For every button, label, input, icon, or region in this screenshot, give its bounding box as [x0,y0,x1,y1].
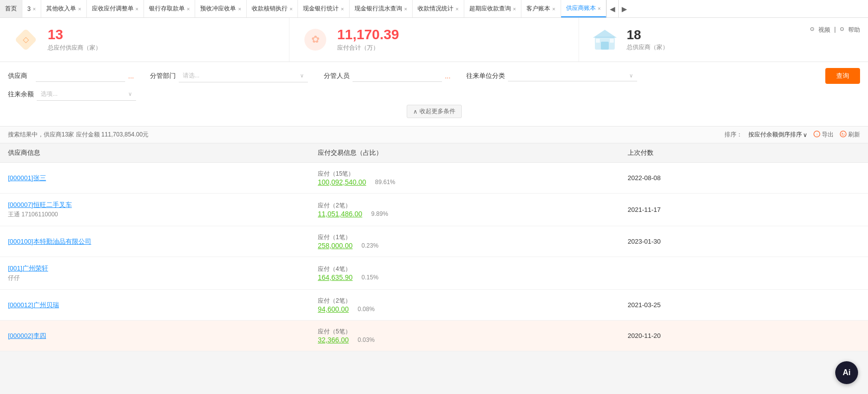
supplier-filter-input[interactable] [36,70,125,82]
query-button[interactable]: 查询 [825,68,860,84]
filter-balance: 往来余额 选项... ∨ [8,88,136,101]
table-row: [000007]恒旺二手叉车 王通 17106110000 应付（2笔） 11,… [0,194,868,226]
tx-amount-6[interactable]: 32,366.00 [318,336,349,344]
tx-label-5: 应付（2笔） [318,297,628,305]
collapse-button[interactable]: ∧ 收起更多条件 [407,105,462,118]
summary-card-payable-total: ✿ 11,170.39 应付合计（万） [289,18,579,62]
export-button[interactable]: ↑ 导出 [813,131,834,139]
close-icon[interactable]: × [187,6,190,12]
store-icon [591,26,619,54]
svg-text:↻: ↻ [841,132,845,137]
filter-supplier: 供应商 ... [8,70,134,82]
tx-label-3: 应付（1笔） [318,233,628,242]
dept-placeholder: 请选... [183,71,200,80]
last-pay-date-6: 2020-11-20 [628,332,661,339]
customer-ledger-label: 客户账本 [526,4,550,13]
tx-amount-1[interactable]: 100,092,540.00 [318,178,366,186]
tx-row-4: 164,635.90 0.15% [318,273,628,281]
category-chevron-icon: ∨ [629,72,633,79]
supplier-link-4[interactable]: [001]广州荣轩 [8,264,318,273]
tx-cell-2: 应付（2笔） 11,051,486.00 9.89% [318,201,628,218]
close-icon[interactable]: × [289,6,292,12]
nav-advance-collect[interactable]: 预收冲应收单 × [195,0,246,17]
close-icon[interactable]: × [78,6,81,12]
category-filter-select[interactable]: ∨ [508,70,637,81]
last-pay-cell-5: 2021-03-25 [628,301,860,309]
summary-text-1: 13 总应付供应商（家） [48,28,101,52]
nav-bank-deposit[interactable]: 银行存取款单 × [144,0,195,17]
close-icon[interactable]: × [598,5,601,11]
export-icon: ↑ [813,131,820,139]
supplier-link-2[interactable]: [000007]恒旺二手叉车 [8,200,318,209]
tx-label-2: 应付（2笔） [318,201,628,210]
total-suppliers-label: 总供应商（家） [627,43,668,52]
dept-chevron-icon: ∨ [300,72,304,79]
tx-row-3: 258,000.00 0.23% [318,242,628,250]
last-pay-date-1: 2022-08-08 [628,174,661,182]
svg-text:◇: ◇ [23,35,29,44]
table-row: [000012]广州贝瑞 应付（2笔） 94,600.00 0.08% 2021… [0,290,868,321]
nav-other-income[interactable]: 其他收入单 × [41,0,86,17]
summary-bar: ◇ 13 总应付供应商（家） ✿ 11,170.39 应付合计（万） [0,18,868,62]
nav-overdue-query[interactable]: 超期应收款查询 × [464,0,521,17]
close-icon[interactable]: × [33,6,36,12]
top-navigation: 首页 3 × 其他收入单 × 应收应付调整单 × 银行存取款单 × 预收冲应收单… [0,0,868,18]
top-right-links: ⊙ 视频 | ⊙ 帮助 [810,26,860,34]
close-icon[interactable]: × [513,6,516,12]
nav-tab-3[interactable]: 3 × [22,0,41,17]
tx-amount-4[interactable]: 164,635.90 [318,273,353,281]
nav-collection-exec[interactable]: 收款核销执行 × [247,0,298,17]
nav-collection-stat[interactable]: 收款情况统计 × [413,0,464,17]
nav-supplier-ledger[interactable]: 供应商账本 × [561,0,606,17]
svg-rect-7 [596,39,600,43]
nav-right-arrow[interactable]: ▶ [618,0,630,17]
person-filter-input[interactable] [353,70,442,82]
dept-filter-select[interactable]: 请选... ∨ [179,69,308,82]
balance-chevron-icon: ∨ [128,91,132,97]
payable-suppliers-label: 总应付供应商（家） [48,44,101,52]
last-pay-date-2: 2021-11-17 [628,206,661,213]
sort-value-button[interactable]: 按应付余额倒序排序 ∨ [748,131,807,139]
nav-cash-bank-stat[interactable]: 现金银行统计 × [298,0,349,17]
supplier-link-1[interactable]: [000001]张三 [8,174,318,183]
nav-left-arrow[interactable]: ◀ [606,0,618,17]
nav-ap-adjust[interactable]: 应收应付调整单 × [87,0,144,17]
supplier-filter-label: 供应商 [8,71,33,80]
collection-stat-label: 收款情况统计 [418,4,453,13]
nav-customer-ledger[interactable]: 客户账本 × [521,0,561,17]
filter-person: 分管人员 ... [324,70,451,82]
close-icon[interactable]: × [404,6,407,12]
person-filter-label: 分管人员 [324,71,350,80]
video-link[interactable]: 视频 [818,26,830,34]
supplier-cell-3: [000100]本特勤油品有限公司 [8,237,318,246]
collection-exec-label: 收款核销执行 [252,4,288,13]
supplier-ellipsis[interactable]: ... [128,72,134,80]
nav-cash-bank-flow[interactable]: 现金银行流水查询 × [350,0,413,17]
col-supplier-info: 供应商信息 [8,148,318,157]
tx-amount-5[interactable]: 94,600.00 [318,305,349,313]
close-icon[interactable]: × [341,6,344,12]
supplier-link-5[interactable]: [000012]广州贝瑞 [8,301,318,310]
category-filter-label: 往来单位分类 [466,71,505,80]
refresh-button[interactable]: ↻ 刷新 [840,131,860,139]
tx-percent-5: 0.08% [358,306,374,313]
tx-amount-2[interactable]: 11,051,486.00 [318,210,362,218]
close-icon[interactable]: × [238,6,241,12]
help-link[interactable]: 帮助 [848,26,860,34]
balance-filter-select[interactable]: 选项... ∨ [37,88,136,101]
close-icon[interactable]: × [552,6,555,12]
person-ellipsis[interactable]: ... [445,72,451,80]
supplier-link-3[interactable]: [000100]本特勤油品有限公司 [8,237,318,246]
last-pay-cell-3: 2023-01-30 [628,238,860,245]
tx-amount-3[interactable]: 258,000.00 [318,242,353,250]
export-label: 导出 [822,131,834,139]
table-row: [001]广州荣轩 仔仔 应付（4笔） 164,635.90 0.15% [0,257,868,290]
tx-row-1: 100,092,540.00 89.61% [318,178,628,186]
video-icon: ⊙ [810,26,814,34]
rice-icon: ✿ [301,26,329,54]
nav-home[interactable]: 首页 [0,0,22,17]
tx-row-2: 11,051,486.00 9.89% [318,210,628,218]
supplier-link-6[interactable]: [000002]李四 [8,331,318,340]
close-icon[interactable]: × [455,6,458,12]
close-icon[interactable]: × [136,6,139,12]
